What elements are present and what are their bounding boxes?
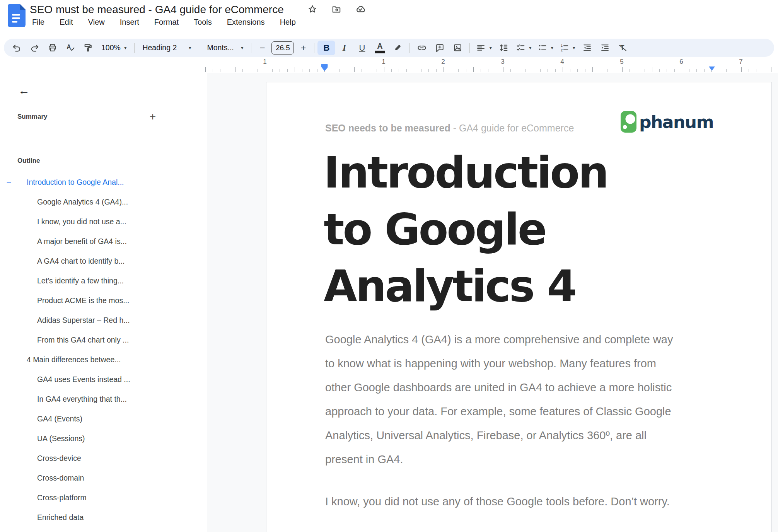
document-page[interactable]: SEO needs to be measured - GA4 guide for… (266, 82, 772, 532)
collapse-icon[interactable]: – (7, 177, 11, 188)
menu-tools[interactable]: Tools (191, 17, 214, 27)
paragraph-style-select[interactable]: Heading 2 ▾ (138, 41, 196, 55)
insert-image-button[interactable] (449, 41, 466, 55)
underline-button[interactable]: U (353, 41, 371, 55)
style-value: Heading 2 (142, 43, 177, 52)
toolbar-separator (409, 43, 410, 53)
close-outline-button[interactable]: ← (16, 83, 32, 98)
outline-item[interactable]: Adidas Superstar – Red h... (0, 310, 207, 330)
font-size-input[interactable]: 26.5 (271, 41, 294, 55)
font-select[interactable]: Monts... ▾ (202, 41, 248, 55)
bulleted-list-select[interactable]: ▾ (534, 41, 556, 55)
heading-line: Introduction (324, 144, 757, 201)
menu-file[interactable]: File (30, 17, 47, 27)
outline-item[interactable]: Enriched data (0, 508, 207, 527)
link-icon (417, 43, 427, 53)
undo-button[interactable] (8, 41, 26, 55)
outline-item[interactable]: I know, you did not use a... (0, 212, 207, 232)
menu-insert[interactable]: Insert (118, 17, 142, 27)
highlight-button[interactable] (389, 41, 406, 55)
title-action-icons (305, 2, 368, 17)
svg-text:1: 1 (561, 44, 563, 48)
document-body[interactable]: Google Analytics 4 (GA4) is a more compr… (325, 327, 720, 513)
document-heading[interactable]: Introduction to Google Analytics 4 (324, 144, 757, 315)
star-icon (307, 4, 317, 14)
add-summary-button[interactable]: + (150, 111, 156, 122)
checklist-icon (516, 43, 525, 53)
outline-item[interactable]: GA4 (Events) (0, 409, 207, 429)
menu-extensions[interactable]: Extensions (225, 17, 267, 27)
outline-item[interactable]: From this GA4 chart only ... (0, 330, 207, 350)
print-button[interactable] (43, 41, 61, 55)
print-icon (48, 43, 57, 53)
cloud-saved-icon (355, 4, 366, 15)
chevron-down-icon: ▾ (189, 45, 191, 51)
bold-button[interactable]: B (317, 41, 335, 55)
document-title[interactable]: SEO must be measured - GA4 guide for eCo… (30, 3, 284, 16)
redo-button[interactable] (26, 41, 43, 55)
increase-font-size-button[interactable]: + (295, 43, 311, 53)
google-docs-window: SEO must be measured - GA4 guide for eCo… (0, 0, 778, 532)
ruler-number: 1 (382, 58, 385, 66)
heading-line: Analytics 4 (324, 258, 757, 315)
checklist-select[interactable]: ▾ (513, 41, 535, 55)
menu-view[interactable]: View (86, 17, 107, 27)
move-folder-icon (331, 4, 341, 14)
toolbar-separator (314, 43, 314, 53)
right-indent-marker[interactable] (709, 66, 715, 71)
line-spacing-button[interactable] (495, 41, 513, 55)
zoom-select[interactable]: 100% ▾ (97, 41, 131, 55)
outline-item-label: Adidas Superstar – Red h... (37, 316, 130, 325)
numbered-list-select[interactable]: 1 2 ▾ (556, 41, 578, 55)
first-line-indent-handle[interactable] (321, 64, 328, 67)
ruler-number: 5 (620, 58, 623, 66)
paint-format-icon (83, 43, 93, 53)
body-line: present in GA4. (325, 447, 720, 471)
outline-item[interactable]: Product ACME is the mos... (0, 291, 207, 310)
insert-link-button[interactable] (413, 41, 431, 55)
outline-item-label: A major benefit of GA4 is... (37, 237, 127, 246)
decrease-font-size-button[interactable]: − (254, 43, 270, 53)
top-chrome: SEO must be measured - GA4 guide for eCo… (0, 0, 778, 72)
add-comment-button[interactable] (431, 41, 449, 55)
body-line: to know what is happening with your webs… (325, 351, 720, 375)
summary-heading: Summary (17, 113, 47, 121)
outline-item[interactable]: Let’s identify a few thing... (0, 271, 207, 291)
menu-help[interactable]: Help (278, 17, 298, 27)
outline-item[interactable]: UA (Sessions) (0, 429, 207, 448)
saved-status-button[interactable] (353, 2, 368, 17)
google-docs-logo-icon[interactable] (8, 4, 26, 29)
ruler[interactable]: 1 1 2 3 4 5 6 7 (0, 57, 778, 72)
outline-item[interactable]: Cross-device (0, 448, 207, 468)
star-button[interactable] (305, 2, 320, 17)
chevron-down-icon: ▾ (241, 45, 244, 51)
clear-formatting-button[interactable]: T (614, 41, 632, 55)
menu-format[interactable]: Format (152, 17, 181, 27)
left-indent-marker[interactable] (321, 64, 328, 71)
decrease-indent-button[interactable] (578, 41, 596, 55)
back-arrow-icon: ← (18, 84, 30, 97)
menu-edit[interactable]: Edit (57, 17, 75, 27)
outline-item[interactable]: Cross-platform (0, 488, 207, 508)
left-indent-handle[interactable] (321, 67, 328, 71)
increase-indent-button[interactable] (596, 41, 614, 55)
outline-item[interactable]: GA4 uses Events instead ... (0, 370, 207, 389)
outline-item-label: Cross-domain (37, 474, 84, 483)
ruler-number: 6 (679, 58, 683, 66)
ruler-number: 2 (441, 58, 445, 66)
outline-item[interactable]: Google Analytics 4 (GA4)... (0, 192, 207, 212)
align-select[interactable]: ▾ (473, 41, 495, 55)
move-button[interactable] (329, 2, 344, 17)
outline-item[interactable]: In GA4 everything that th... (0, 389, 207, 409)
italic-button[interactable]: I (335, 41, 353, 55)
outline-item[interactable]: 4 Main differences betwee... (0, 350, 207, 370)
outline-item[interactable]: A major benefit of GA4 is... (0, 232, 207, 251)
spellcheck-button[interactable]: A (61, 41, 79, 55)
text-color-button[interactable]: A (371, 41, 389, 55)
outline-item[interactable]: A GA4 chart to identify b... (0, 251, 207, 271)
paint-format-button[interactable] (79, 41, 97, 55)
outline-item[interactable]: – Introduction to Google Anal... (0, 172, 207, 192)
chevron-down-icon: ▾ (124, 45, 127, 51)
outline-item[interactable]: Cross-domain (0, 468, 207, 488)
chevron-down-icon: ▾ (489, 45, 492, 51)
